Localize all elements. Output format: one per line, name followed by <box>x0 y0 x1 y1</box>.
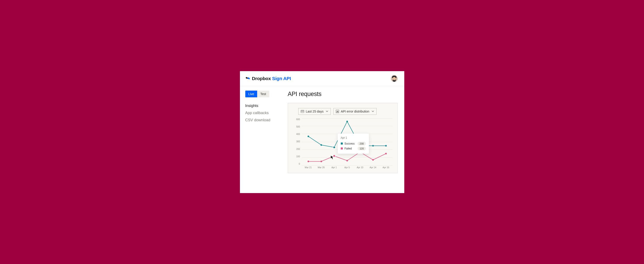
svg-rect-6 <box>336 111 337 112</box>
distribution-dropdown[interactable]: API error distribution <box>334 108 376 115</box>
page-title: API requests <box>288 91 398 98</box>
brand-name-product: Sign API <box>272 76 291 81</box>
calendar-icon <box>301 110 304 113</box>
x-tick: Mar 26 <box>314 166 328 170</box>
mode-test-button[interactable]: Test <box>257 91 269 97</box>
bar-chart-icon <box>336 110 339 113</box>
svg-point-15 <box>385 145 386 147</box>
tooltip-label-success: Success <box>344 142 355 145</box>
sidebar-item-insights[interactable]: Insights <box>245 102 281 109</box>
chart-plot[interactable]: Apr 1 Success 230 <box>302 118 392 165</box>
y-tick: 500 <box>292 126 300 128</box>
svg-point-14 <box>372 145 374 147</box>
svg-point-12 <box>346 121 348 122</box>
x-tick: Apr 16 <box>380 166 392 170</box>
svg-point-21 <box>372 159 374 161</box>
date-range-dropdown[interactable]: Last 25 days <box>298 108 331 115</box>
svg-rect-3 <box>302 111 302 112</box>
svg-point-19 <box>346 160 348 161</box>
chevron-down-icon <box>326 111 328 112</box>
x-tick: Apr 14 <box>366 166 380 170</box>
svg-rect-2 <box>302 111 302 112</box>
chart-card: Last 25 days API error distribution <box>288 103 398 173</box>
svg-point-17 <box>320 161 322 162</box>
x-tick: Apr 1 <box>328 166 340 170</box>
chevron-down-icon <box>372 111 374 112</box>
x-tick: Apr 10 <box>354 166 366 170</box>
distribution-label: API error distribution <box>341 110 370 113</box>
tooltip-label-failed: Failed <box>344 147 352 150</box>
main: API requests Last 25 days <box>288 91 398 186</box>
svg-rect-4 <box>303 111 304 112</box>
y-tick: 200 <box>292 148 300 150</box>
avatar[interactable] <box>391 75 398 82</box>
svg-point-9 <box>308 136 309 137</box>
body: Live Test Insights App callbacks CSV dow… <box>240 86 404 193</box>
dropbox-sign-logo-icon <box>245 76 250 81</box>
date-range-label: Last 25 days <box>306 110 324 113</box>
tooltip-row-success: Success 230 <box>341 141 366 146</box>
svg-point-10 <box>320 144 322 146</box>
y-tick: 0 <box>292 163 300 165</box>
app-window: Dropbox Sign API Live Test Insights App … <box>240 71 404 193</box>
y-tick: 400 <box>292 133 300 135</box>
swatch-success-icon <box>341 143 343 145</box>
mode-live-button[interactable]: Live <box>245 91 258 97</box>
chart-tooltip: Apr 1 Success 230 <box>338 134 369 154</box>
chart-y-axis: 6005004003002001000 <box>292 118 300 165</box>
x-tick: Apr 5 <box>340 166 354 170</box>
tooltip-row-failed: Failed 120 <box>341 146 366 151</box>
chart-x-axis: Mar 21Mar 26Apr 1Apr 5Apr 10Apr 14Apr 16 <box>302 166 392 170</box>
brand: Dropbox Sign API <box>245 76 291 81</box>
svg-point-11 <box>333 146 335 148</box>
y-tick: 300 <box>292 140 300 143</box>
chart-controls: Last 25 days API error distribution <box>298 108 393 115</box>
svg-rect-7 <box>337 111 338 112</box>
sidebar-item-app-callbacks[interactable]: App callbacks <box>245 109 281 117</box>
topbar: Dropbox Sign API <box>240 71 404 86</box>
x-tick: Mar 21 <box>302 166 315 170</box>
swatch-failed-icon <box>341 147 343 149</box>
y-tick: 600 <box>292 118 300 121</box>
sidebar-item-csv-download[interactable]: CSV download <box>245 117 281 124</box>
svg-point-22 <box>385 153 386 154</box>
svg-rect-8 <box>338 111 338 112</box>
sidebar-nav: Insights App callbacks CSV download <box>245 102 281 124</box>
tooltip-value-success: 230 <box>358 142 366 145</box>
sidebar: Live Test Insights App callbacks CSV dow… <box>245 91 281 186</box>
chart-area: 6005004003002001000 Apr 1 Success <box>292 118 393 170</box>
y-tick: 100 <box>292 155 300 158</box>
brand-name-primary: Dropbox <box>252 76 271 81</box>
svg-point-16 <box>308 161 309 162</box>
mode-toggle: Live Test <box>245 91 281 97</box>
tooltip-value-failed: 120 <box>358 147 366 150</box>
svg-point-18 <box>333 155 335 157</box>
brand-name: Dropbox Sign API <box>252 76 291 81</box>
tooltip-date: Apr 1 <box>341 136 366 139</box>
